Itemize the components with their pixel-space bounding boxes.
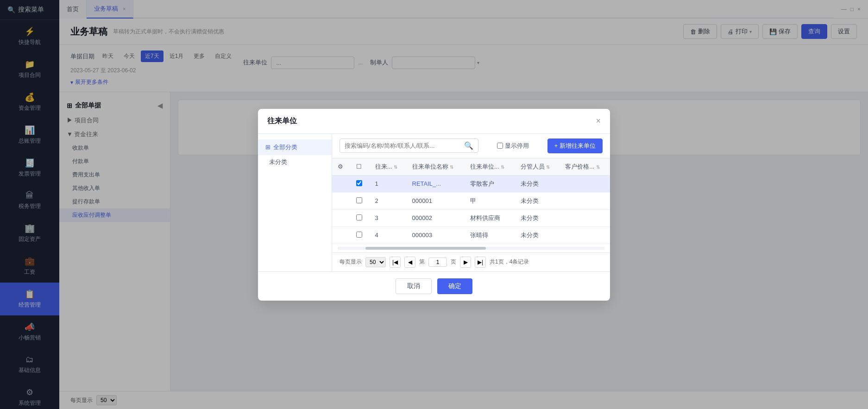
dialog-table: ⚙ ☐ 往来... ⇅ 往来单位名称 ⇅ 往来单位... ⇅ 分管人员 ⇅ 客户… <box>332 158 610 244</box>
row-checkbox[interactable] <box>351 227 370 244</box>
row-code: 000003 <box>407 227 465 244</box>
row-name: 甲 <box>465 192 515 209</box>
dialog-body: ⊞ 全部分类 未分类 🔍 显示停用 <box>258 134 610 271</box>
dialog-overlay[interactable]: 往来单位 × ⊞ 全部分类 未分类 🔍 <box>0 0 868 409</box>
row-checkbox[interactable] <box>351 175 370 192</box>
row-checkbox[interactable] <box>351 192 370 209</box>
row-name: 材料供应商 <box>465 209 515 227</box>
col-manager[interactable]: 分管人员 ⇅ <box>515 158 560 176</box>
dialog-sidebar-sub-unclassified[interactable]: 未分类 <box>258 155 332 169</box>
col-checkbox[interactable]: ☐ <box>351 158 370 176</box>
first-page-button[interactable]: |◀ <box>390 257 401 268</box>
col-price[interactable]: 客户价格... ⇅ <box>560 158 610 176</box>
prev-page-button[interactable]: ◀ <box>404 257 415 268</box>
counterpart-table: ⚙ ☐ 往来... ⇅ 往来单位名称 ⇅ 往来单位... ⇅ 分管人员 ⇅ 客户… <box>332 158 610 244</box>
page-size-select[interactable]: 50 <box>365 257 386 267</box>
dialog-sidebar: ⊞ 全部分类 未分类 <box>258 134 332 271</box>
total-info: 共1页，4条记录 <box>490 258 529 266</box>
row-manager <box>560 227 610 244</box>
scrollbar-thumb[interactable] <box>365 247 486 250</box>
table-row[interactable]: 2 000001 甲 未分类 <box>332 192 610 209</box>
counterpart-dialog: 往来单位 × ⊞ 全部分类 未分类 🔍 <box>258 109 610 301</box>
row-code: 000002 <box>407 209 465 227</box>
next-page-button[interactable]: ▶ <box>460 257 471 268</box>
search-icon: 🔍 <box>464 141 473 150</box>
horizontal-scrollbar[interactable] <box>338 247 604 250</box>
col-settings[interactable]: ⚙ <box>332 158 351 176</box>
row-no: 4 <box>370 227 407 244</box>
dialog-header: 往来单位 × <box>258 109 610 134</box>
row-no: 3 <box>370 209 407 227</box>
search-box: 🔍 <box>340 138 478 153</box>
table-row[interactable]: 1 RETAIL_... 零散客户 未分类 <box>332 175 610 192</box>
row-category: 未分类 <box>515 175 560 192</box>
table-row[interactable]: 4 000003 张晴得 未分类 <box>332 227 610 244</box>
page-number-input[interactable] <box>428 258 447 267</box>
page-size-label: 每页显示 <box>340 258 362 266</box>
row-settings <box>332 192 351 209</box>
row-settings <box>332 227 351 244</box>
dialog-toolbar: 🔍 显示停用 + 新增往来单位 <box>332 134 610 158</box>
dialog-actions: 取消 确定 <box>258 271 610 301</box>
row-name: 张晴得 <box>465 227 515 244</box>
col-category[interactable]: 往来单位... ⇅ <box>465 158 515 176</box>
cancel-button[interactable]: 取消 <box>396 278 432 294</box>
dialog-close-button[interactable]: × <box>596 116 601 126</box>
show-disabled-checkbox[interactable]: 显示停用 <box>497 142 529 150</box>
dialog-title: 往来单位 <box>267 116 297 126</box>
row-category: 未分类 <box>515 192 560 209</box>
dialog-main: 🔍 显示停用 + 新增往来单位 ⚙ <box>332 134 610 271</box>
last-page-button[interactable]: ▶| <box>475 257 486 268</box>
row-settings <box>332 209 351 227</box>
row-no: 2 <box>370 192 407 209</box>
col-code[interactable]: 往来... ⇅ <box>370 158 407 176</box>
row-name: 零散客户 <box>465 175 515 192</box>
row-code: 000001 <box>407 192 465 209</box>
row-category: 未分类 <box>515 209 560 227</box>
dialog-sidebar-item-all[interactable]: ⊞ 全部分类 <box>258 139 332 155</box>
show-disabled-label: 显示停用 <box>505 142 529 150</box>
table-header-row: ⚙ ☐ 往来... ⇅ 往来单位名称 ⇅ 往来单位... ⇅ 分管人员 ⇅ 客户… <box>332 158 610 176</box>
row-manager <box>560 175 610 192</box>
table-row[interactable]: 3 000002 材料供应商 未分类 <box>332 209 610 227</box>
row-manager <box>560 192 610 209</box>
row-manager <box>560 209 610 227</box>
row-no: 1 <box>370 175 407 192</box>
pagination-bar: 每页显示 50 |◀ ◀ 第 页 ▶ ▶| 共1页，4条记录 <box>332 252 610 271</box>
row-checkbox[interactable] <box>351 209 370 227</box>
add-counterpart-button[interactable]: + 新增往来单位 <box>547 138 603 153</box>
search-input[interactable] <box>345 142 461 149</box>
grid-icon: ⊞ <box>265 144 270 151</box>
row-code: RETAIL_... <box>407 175 465 192</box>
show-disabled-check[interactable] <box>497 143 503 149</box>
row-settings <box>332 175 351 192</box>
confirm-button[interactable]: 确定 <box>437 278 472 294</box>
page-unit: 页 <box>451 258 456 266</box>
col-name[interactable]: 往来单位名称 ⇅ <box>407 158 465 176</box>
page-label: 第 <box>419 258 425 266</box>
row-category: 未分类 <box>515 227 560 244</box>
